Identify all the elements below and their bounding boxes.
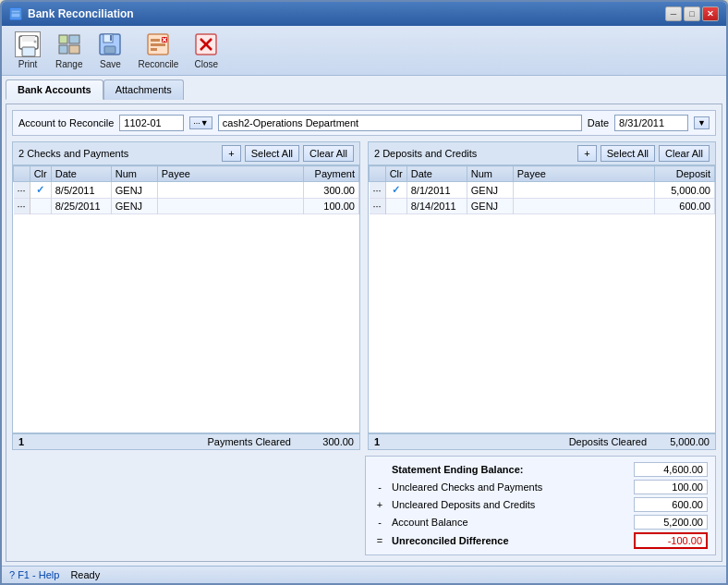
unreconciled-diff-row: = Unreconciled Difference -100.00 — [373, 532, 708, 549]
row-indicator: ··· — [370, 199, 386, 214]
reconcile-button[interactable]: Reconcile — [132, 30, 184, 71]
tabs: Bank Accounts Attachments — [6, 79, 722, 100]
maximize-button[interactable]: □ — [684, 6, 700, 21]
uncleared-deposits-row: + Uncleared Deposits and Credits 600.00 — [373, 497, 708, 512]
payee-cell — [157, 182, 303, 199]
date-input[interactable] — [614, 115, 688, 131]
toolbar: Print Range Save — [2, 26, 726, 76]
summary-section: Statement Ending Balance: 4,600.00 - Unc… — [365, 456, 716, 555]
minus-symbol-2: - — [373, 517, 386, 528]
deposits-col-clr: Clr — [385, 166, 406, 182]
statement-balance-value: 4,600.00 — [634, 462, 708, 477]
range-icon — [56, 31, 82, 57]
svg-rect-6 — [59, 35, 67, 43]
deposits-select-all-button[interactable]: Select All — [601, 145, 655, 162]
tab-attachments[interactable]: Attachments — [103, 79, 184, 100]
close-window-button[interactable]: ✕ — [702, 6, 719, 21]
table-row[interactable]: ··· ✓ 8/1/2011 GENJ 5,000.00 — [370, 182, 715, 199]
plus-symbol: + — [373, 499, 386, 510]
help-link[interactable]: ? F1 - Help — [9, 569, 59, 580]
toolbar-close-button[interactable]: Close — [188, 30, 224, 71]
minimize-button[interactable]: ─ — [665, 6, 682, 21]
payment-cell: 100.00 — [304, 199, 359, 214]
num-cell: GENJ — [467, 182, 513, 199]
num-cell: GENJ — [467, 199, 513, 214]
checks-col-payee: Payee — [157, 166, 303, 182]
window-title: Bank Reconciliation — [28, 7, 134, 20]
date-cell: 8/25/2011 — [51, 199, 111, 214]
row-indicator: ··· — [14, 182, 30, 199]
statement-balance-label: Statement Ending Balance: — [392, 464, 628, 475]
tables-row: 2 Checks and Payments + Select All Clear… — [12, 141, 716, 450]
uncleared-checks-label: Uncleared Checks and Payments — [392, 481, 628, 493]
statement-balance-row: Statement Ending Balance: 4,600.00 — [373, 462, 708, 477]
print-icon — [15, 31, 41, 57]
account-bar: Account to Reconcile ···▼ Date ▼ — [12, 110, 716, 136]
checks-select-all-button[interactable]: Select All — [245, 145, 299, 162]
svg-rect-4 — [22, 36, 35, 42]
uncleared-deposits-label: Uncleared Deposits and Credits — [392, 499, 628, 510]
date-label: Date — [588, 117, 609, 128]
content-area: Bank Accounts Attachments Account to Rec… — [2, 76, 726, 566]
status-text: Ready — [70, 569, 100, 580]
svg-rect-3 — [22, 47, 35, 56]
cleared-cell — [30, 199, 51, 214]
svg-rect-15 — [151, 39, 160, 42]
deposits-footer-num: 1 — [374, 436, 393, 447]
deposits-footer-label: Deposits Cleared — [393, 436, 654, 447]
table-row[interactable]: ··· 8/14/2011 GENJ 600.00 — [370, 199, 715, 214]
deposits-clear-all-button[interactable]: Clear All — [659, 145, 710, 162]
checks-section: 2 Checks and Payments + Select All Clear… — [12, 141, 360, 450]
deposit-cell: 600.00 — [655, 199, 715, 214]
payee-cell — [513, 199, 654, 214]
checks-footer-num: 1 — [18, 436, 37, 447]
deposits-col-indicator — [370, 166, 386, 182]
deposits-col-deposit: Deposit — [655, 166, 715, 182]
tab-bank-accounts[interactable]: Bank Accounts — [6, 79, 103, 100]
range-label: Range — [55, 59, 82, 69]
main-panel: Account to Reconcile ···▼ Date ▼ 2 Check… — [6, 104, 722, 562]
checks-clear-all-button[interactable]: Clear All — [303, 145, 354, 162]
row-indicator: ··· — [370, 182, 386, 199]
svg-rect-9 — [69, 45, 79, 54]
title-controls: ─ □ ✕ — [665, 6, 719, 21]
checks-col-clr: Clr — [30, 166, 51, 182]
save-button[interactable]: Save — [91, 30, 128, 71]
help-icon: ? — [9, 569, 15, 580]
deposits-footer-value: 5,000.00 — [654, 436, 710, 447]
deposits-col-payee: Payee — [513, 166, 654, 182]
num-cell: GENJ — [111, 199, 157, 214]
equals-symbol: = — [373, 535, 386, 546]
range-button[interactable]: Range — [50, 30, 88, 71]
svg-rect-12 — [104, 46, 115, 54]
checks-add-button[interactable]: + — [222, 145, 240, 162]
title-bar-left: Bank Reconciliation — [9, 7, 134, 20]
deposits-add-button[interactable]: + — [577, 145, 596, 162]
svg-point-5 — [34, 41, 37, 43]
print-button[interactable]: Print — [9, 30, 46, 71]
date-dropdown-button[interactable]: ▼ — [694, 116, 710, 129]
title-bar: Bank Reconciliation ─ □ ✕ — [2, 2, 726, 26]
svg-rect-0 — [11, 10, 20, 18]
date-cell: 8/14/2011 — [406, 199, 467, 214]
account-name-input[interactable] — [218, 115, 582, 131]
uncleared-checks-row: - Uncleared Checks and Payments 100.00 — [373, 480, 708, 494]
checks-table-wrapper: Clr Date Num Payee Payment ··· — [12, 165, 360, 433]
help-label: F1 - Help — [18, 569, 59, 580]
svg-rect-17 — [151, 48, 157, 51]
account-browse-button[interactable]: ···▼ — [189, 116, 212, 129]
cleared-cell: ✓ — [30, 182, 51, 199]
payee-cell — [157, 199, 303, 214]
checks-footer-value: 300.00 — [298, 436, 354, 447]
close-icon — [193, 31, 219, 57]
date-cell: 8/5/2011 — [51, 182, 111, 199]
uncleared-deposits-value: 600.00 — [634, 497, 708, 512]
table-row[interactable]: ··· 8/25/2011 GENJ 100.00 — [14, 199, 359, 214]
deposits-section: 2 Deposits and Credits + Select All Clea… — [368, 141, 716, 450]
table-row[interactable]: ··· ✓ 8/5/2011 GENJ 300.00 — [14, 182, 359, 199]
checks-footer: 1 Payments Cleared 300.00 — [12, 433, 360, 450]
svg-rect-8 — [59, 45, 67, 54]
checks-section-title: 2 Checks and Payments — [18, 148, 218, 159]
account-to-reconcile-label: Account to Reconcile — [18, 117, 114, 128]
account-number-input[interactable] — [119, 115, 184, 131]
